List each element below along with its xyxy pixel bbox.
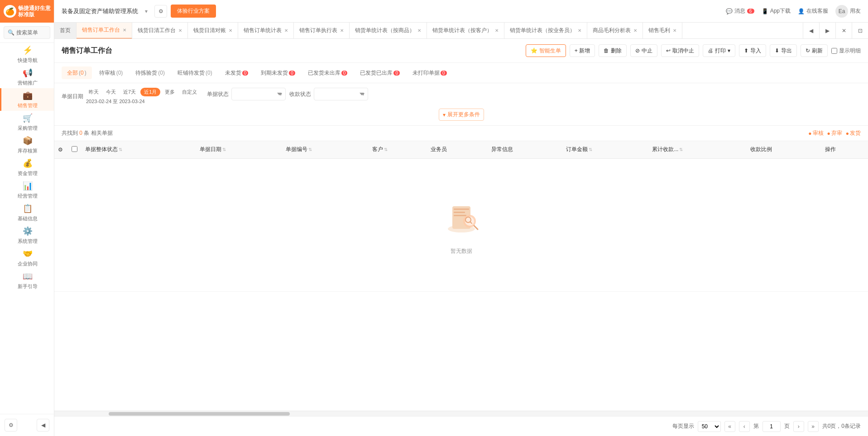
table-header-row: ⚙ 单据整体状态 ⇅ 单据日期 ⇅ <box>54 141 868 158</box>
add-button[interactable]: + 新增 <box>570 44 595 57</box>
tab-close-sales-by-product[interactable]: ✕ <box>417 28 421 33</box>
date-option-7days[interactable]: 近7天 <box>120 88 139 96</box>
ship-action-button[interactable]: ● 发货 <box>846 129 861 137</box>
status-sort-button[interactable]: 单据整体状态 ⇅ <box>85 146 192 153</box>
status-select[interactable] <box>231 88 286 100</box>
refresh-button[interactable]: ↻ 刷新 <box>801 44 828 57</box>
export-button[interactable]: ⬇ 导出 <box>770 44 797 57</box>
online-service-button[interactable]: 👤 在线客服 <box>798 7 828 15</box>
tab-close-all-button[interactable]: ✕ <box>835 23 852 39</box>
sub-tab-shipped-not-out[interactable]: 已发货未出库 0 <box>302 66 353 79</box>
tab-close-gross-profit[interactable]: ✕ <box>633 28 637 33</box>
expand-more-conditions-button[interactable]: ▾ 展开更多条件 <box>439 109 484 121</box>
tab-expand-button[interactable]: ⊡ <box>852 23 868 39</box>
tab-close-sales-exec[interactable]: ✕ <box>340 28 344 33</box>
tab-sales-by-customer[interactable]: 销货单统计表（按客户） ✕ <box>427 23 504 39</box>
sub-tab-shipped-out[interactable]: 已发货已出库 0 <box>355 66 405 79</box>
sidebar-item-purchase[interactable]: 🛒 采购管理 <box>0 111 54 133</box>
tab-close-sales-stat[interactable]: ✕ <box>284 28 288 33</box>
sidebar-item-cooperation[interactable]: 🤝 企业协同 <box>0 246 54 269</box>
page-last-button[interactable]: » <box>808 421 819 432</box>
sub-tab-pending-review[interactable]: 待审核 (0) <box>94 66 129 79</box>
cancel-stop-button[interactable]: ↩ 取消中止 <box>661 44 699 57</box>
delete-button[interactable]: 🗑 删除 <box>599 44 627 57</box>
tab-sales-stat[interactable]: 销售订单统计表 ✕ <box>238 23 294 39</box>
sidebar-item-finance[interactable]: 💰 资金管理 <box>0 156 54 179</box>
date-option-more[interactable]: 更多 <box>162 88 177 96</box>
message-button[interactable]: 💬 消息 6 <box>726 7 754 15</box>
show-detail-checkbox-label[interactable]: 显示明细 <box>831 47 861 55</box>
stop-button[interactable]: ⊘ 中止 <box>630 44 657 57</box>
amount-sort-button[interactable]: 订单金额 ⇅ <box>566 146 645 153</box>
tab-close-sales-workbench[interactable]: ✕ <box>123 28 126 33</box>
page-first-button[interactable]: « <box>724 421 735 432</box>
col-status: 单据整体状态 ⇅ <box>82 141 196 158</box>
date-sort-button[interactable]: 单据日期 ⇅ <box>200 146 279 153</box>
import-button[interactable]: ⬆ 导入 <box>739 44 766 57</box>
date-option-custom[interactable]: 自定义 <box>179 88 200 96</box>
tab-sales-by-product[interactable]: 销货单统计表（按商品） ✕ <box>350 23 427 39</box>
tab-close-sales-by-customer[interactable]: ✕ <box>495 28 499 33</box>
tab-gross-profit[interactable]: 商品毛利分析表 ✕ <box>587 23 643 39</box>
date-option-yesterday[interactable]: 昨天 <box>86 88 101 96</box>
sidebar-settings-button[interactable]: ⚙ <box>5 419 17 431</box>
tab-close-sales-by-staff[interactable]: ✕ <box>578 28 581 33</box>
sidebar-item-operations[interactable]: 📊 经营管理 <box>0 179 54 201</box>
sidebar-collapse-button[interactable]: ◀ <box>37 419 49 431</box>
unreviewed-action-button[interactable]: ● 弃审 <box>827 129 842 137</box>
sub-tab-wangpu[interactable]: 旺铺待发货 (0) <box>172 66 218 79</box>
sidebar-item-marketing[interactable]: 📢 营销推广 <box>0 66 54 88</box>
show-detail-checkbox[interactable] <box>831 48 837 54</box>
sidebar-item-system[interactable]: ⚙️ 系统管理 <box>0 224 54 246</box>
select-all-checkbox[interactable] <box>72 146 77 152</box>
sub-tab-pending-inspect[interactable]: 待拣验货 (0) <box>130 66 170 79</box>
tab-sales-profit[interactable]: 销售毛利 ✕ <box>643 23 682 39</box>
tab-home[interactable]: 首页 <box>54 23 77 39</box>
page-prev-button[interactable]: ‹ <box>739 421 750 432</box>
review-action-button[interactable]: ● 审核 <box>808 129 823 137</box>
tab-cash-daily[interactable]: 钱货日清工作台 ✕ <box>132 23 188 39</box>
per-page-select[interactable]: 50 10 20 100 <box>698 421 721 432</box>
tab-sales-exec[interactable]: 销售订单执行表 ✕ <box>294 23 350 39</box>
page-number-input[interactable] <box>762 421 781 432</box>
sidebar-item-sales[interactable]: 💼 销售管理 <box>0 88 54 111</box>
sub-tab-all[interactable]: 全部 ( 0 ) <box>62 66 92 79</box>
sidebar-item-basic[interactable]: 📋 基础信息 <box>0 201 54 224</box>
page-next-button[interactable]: › <box>793 421 804 432</box>
header-dropdown-button[interactable]: ▾ <box>142 7 151 16</box>
tab-close-sales-profit[interactable]: ✕ <box>673 28 676 33</box>
sub-tab-unprinted[interactable]: 未打印单据 0 <box>407 66 452 79</box>
sidebar-item-inventory[interactable]: 📦 库存核算 <box>0 133 54 156</box>
sidebar-item-quick-nav[interactable]: ⚡ 快捷导航 <box>0 43 54 66</box>
date-range-display: 2023-02-24 至 2023-03-24 <box>86 98 200 105</box>
header-settings-button[interactable]: ⚙ <box>154 5 167 18</box>
scrollbar-thumb[interactable] <box>109 412 290 416</box>
customer-sort-button[interactable]: 客户 ⇅ <box>372 146 423 153</box>
payment-select[interactable] <box>314 88 368 100</box>
tab-scroll-right-button[interactable]: ▶ <box>819 23 835 39</box>
column-settings-icon[interactable]: ⚙ <box>58 147 63 153</box>
tab-scroll-left-button[interactable]: ◀ <box>803 23 819 39</box>
tab-sales-workbench[interactable]: 销售订单工作台 ✕ <box>77 23 132 39</box>
tab-close-cash-daily[interactable]: ✕ <box>178 28 182 33</box>
sidebar-item-guide[interactable]: 📖 新手引导 <box>0 269 54 292</box>
tab-close-cash-reconcile[interactable]: ✕ <box>229 28 232 33</box>
number-sort-button[interactable]: 单据编号 ⇅ <box>286 146 365 153</box>
sub-tab-expired-unshipped[interactable]: 到期未发货 0 <box>255 66 301 79</box>
received-sort-button[interactable]: 累计收款... ⇅ <box>652 146 743 153</box>
date-option-today[interactable]: 今天 <box>103 88 119 96</box>
tab-cash-reconcile[interactable]: 钱货日清对账 ✕ <box>188 23 238 39</box>
user-menu-button[interactable]: Ea 用友 <box>835 5 861 18</box>
import-icon: ⬆ <box>744 47 748 54</box>
smart-create-button[interactable]: ⭐ 智能生单 <box>526 44 566 57</box>
sidebar-logo: 🍊 畅捷通好生意 标准版 <box>0 0 54 23</box>
search-menu-button[interactable]: 🔍 搜索菜单 <box>4 26 50 39</box>
print-button[interactable]: 🖨 打印 ▾ <box>703 44 735 57</box>
industry-solution-button[interactable]: 体验行业方案 <box>171 5 216 18</box>
horizontal-scrollbar[interactable] <box>54 411 868 416</box>
date-option-1month[interactable]: 近1月 <box>140 88 160 96</box>
tab-sales-by-staff[interactable]: 销货单统计表（按业务员） ✕ <box>504 23 587 39</box>
number-sort-icon: ⇅ <box>308 147 312 152</box>
sub-tab-unshipped[interactable]: 未发货 0 <box>220 66 254 79</box>
app-download-button[interactable]: 📱 App下载 <box>762 7 791 15</box>
